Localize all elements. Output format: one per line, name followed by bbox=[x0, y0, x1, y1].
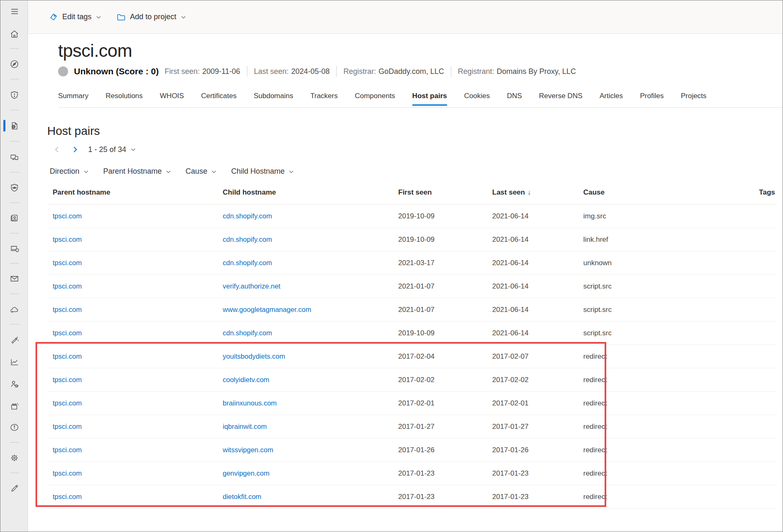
parent-hostname-link[interactable]: tpsci.com bbox=[53, 446, 82, 453]
child-hostname-link[interactable]: youitsbodydiets.com bbox=[223, 352, 285, 360]
tab-components[interactable]: Components bbox=[355, 89, 395, 107]
parent-hostname-link[interactable]: tpsci.com bbox=[53, 282, 82, 290]
tab-dns[interactable]: DNS bbox=[507, 89, 522, 107]
sidebar-divider bbox=[10, 324, 19, 324]
tab-reverse-dns[interactable]: Reverse DNS bbox=[539, 89, 582, 107]
table-row: tpsci.com cdn.shopify.com 2019-10-09 202… bbox=[47, 205, 777, 228]
table-row: tpsci.com coolyidietv.com 2017-02-02 201… bbox=[47, 368, 777, 392]
parent-hostname-link[interactable]: tpsci.com bbox=[53, 352, 82, 360]
child-hostname-link[interactable]: braiinxunous.com bbox=[223, 399, 277, 407]
meta-separator bbox=[247, 66, 247, 77]
col-parent-hostname[interactable]: Parent hostname bbox=[47, 188, 223, 197]
cause-value: redirect bbox=[583, 399, 709, 408]
sidebar-item-menu[interactable] bbox=[0, 2, 28, 20]
tab-trackers[interactable]: Trackers bbox=[310, 89, 338, 107]
sidebar-item-mail[interactable] bbox=[0, 269, 28, 288]
child-hostname-link[interactable]: witssvipgen.com bbox=[223, 446, 273, 453]
tab-host-pairs[interactable]: Host pairs bbox=[412, 89, 447, 107]
meta-value: 2009-11-06 bbox=[202, 67, 240, 76]
col-tags[interactable]: Tags bbox=[709, 188, 777, 197]
child-hostname-link[interactable]: iqbrainwit.com bbox=[223, 423, 267, 430]
tab-articles[interactable]: Articles bbox=[600, 89, 623, 107]
sidebar-item-gear[interactable] bbox=[0, 448, 28, 467]
chevron-down-icon bbox=[96, 14, 102, 20]
tab-subdomains[interactable]: Subdomains bbox=[254, 89, 293, 107]
previous-page-button[interactable] bbox=[53, 145, 61, 154]
parent-hostname-link[interactable]: tpsci.com bbox=[53, 493, 82, 500]
sidebar-item-gift[interactable] bbox=[0, 397, 28, 415]
parent-hostname-link[interactable]: tpsci.com bbox=[53, 329, 82, 337]
parent-hostname-link[interactable]: tpsci.com bbox=[53, 376, 82, 383]
parent-hostname-link[interactable]: tpsci.com bbox=[53, 469, 82, 477]
next-page-button[interactable] bbox=[71, 145, 79, 154]
filter-label: Parent Hostname bbox=[103, 167, 162, 176]
col-first-seen[interactable]: First seen bbox=[398, 188, 492, 197]
cause-value: redirect bbox=[583, 376, 709, 384]
filter-label: Cause bbox=[186, 167, 207, 176]
filter-parent-hostname[interactable]: Parent Hostname bbox=[103, 167, 171, 176]
sidebar-item-person-graduation[interactable] bbox=[0, 375, 28, 393]
last-seen-value: 2021-06-14 bbox=[492, 212, 583, 220]
col-last-seen[interactable]: Last seen ↓ bbox=[492, 188, 583, 197]
sidebar-item-laptop-shield[interactable] bbox=[0, 239, 28, 258]
sidebar-item-compass[interactable] bbox=[0, 55, 28, 73]
tab-resolutions[interactable]: Resolutions bbox=[106, 89, 143, 107]
sidebar-item-pencil[interactable] bbox=[0, 479, 28, 497]
tab-certificates[interactable]: Certificates bbox=[201, 89, 236, 107]
filter-direction[interactable]: Direction bbox=[50, 167, 89, 176]
parent-hostname-link[interactable]: tpsci.com bbox=[53, 399, 82, 407]
sidebar-item-home[interactable] bbox=[0, 25, 28, 43]
col-cause[interactable]: Cause bbox=[583, 188, 709, 197]
meta-label: Registrant: bbox=[458, 67, 494, 76]
child-hostname-link[interactable]: coolyidietv.com bbox=[223, 376, 269, 383]
parent-hostname-link[interactable]: tpsci.com bbox=[53, 306, 82, 313]
parent-hostname-link[interactable]: tpsci.com bbox=[53, 212, 82, 220]
intel-document-icon bbox=[10, 121, 19, 131]
shield-alert-icon bbox=[10, 90, 19, 100]
child-hostname-link[interactable]: genvipgen.com bbox=[223, 469, 269, 477]
col-child-hostname[interactable]: Child hostname bbox=[223, 188, 398, 197]
sidebar-item-intel-document[interactable] bbox=[0, 117, 28, 135]
sidebar-item-shield-eye[interactable] bbox=[0, 178, 28, 197]
gift-icon bbox=[10, 401, 19, 411]
filter-child-hostname[interactable]: Child Hostname bbox=[231, 167, 294, 176]
filter-cause[interactable]: Cause bbox=[186, 167, 217, 176]
child-hostname-link[interactable]: cdn.shopify.com bbox=[223, 212, 272, 220]
sidebar-item-shield-alert[interactable] bbox=[0, 86, 28, 104]
devices-icon bbox=[10, 152, 19, 162]
sidebar-item-line-chart[interactable] bbox=[0, 352, 28, 371]
child-hostname-link[interactable]: cdn.shopify.com bbox=[223, 329, 272, 337]
child-hostname-link[interactable]: www.googletagmanager.com bbox=[223, 306, 311, 313]
edit-tags-button[interactable]: Edit tags bbox=[49, 13, 102, 22]
gear-icon bbox=[10, 453, 19, 463]
tab-whois[interactable]: WHOIS bbox=[160, 89, 184, 107]
sidebar-item-devices[interactable] bbox=[0, 148, 28, 166]
tab-summary[interactable]: Summary bbox=[58, 89, 89, 107]
sidebar-divider bbox=[10, 294, 19, 294]
page-range-dropdown[interactable]: 1 - 25 of 34 bbox=[88, 145, 136, 154]
sidebar-item-magic-wand[interactable] bbox=[0, 330, 28, 349]
tab-projects[interactable]: Projects bbox=[681, 89, 706, 107]
person-graduation-icon bbox=[10, 379, 19, 389]
reputation-label: Unknown (Score : 0) bbox=[74, 66, 159, 76]
add-to-project-button[interactable]: Add to project bbox=[117, 13, 186, 22]
table-header-row: Parent hostname Child hostname First see… bbox=[47, 181, 777, 205]
tab-cookies[interactable]: Cookies bbox=[464, 89, 490, 107]
child-hostname-link[interactable]: dietokfit.com bbox=[223, 493, 262, 500]
last-seen-value: 2021-06-14 bbox=[492, 236, 583, 244]
child-hostname-link[interactable]: verify.authorize.net bbox=[223, 282, 280, 290]
sidebar-item-id-card[interactable] bbox=[0, 209, 28, 227]
table-row: tpsci.com verify.authorize.net 2021-01-0… bbox=[47, 275, 777, 298]
add-to-project-label: Add to project bbox=[130, 13, 176, 21]
table-row: tpsci.com youitsbodydiets.com 2017-02-04… bbox=[47, 345, 777, 368]
sidebar-item-info[interactable] bbox=[0, 418, 28, 436]
parent-hostname-link[interactable]: tpsci.com bbox=[53, 259, 82, 266]
detail-tabs: SummaryResolutionsWHOISCertificatesSubdo… bbox=[58, 89, 783, 108]
sidebar-item-cloud[interactable] bbox=[0, 300, 28, 319]
parent-hostname-link[interactable]: tpsci.com bbox=[53, 423, 82, 430]
child-hostname-link[interactable]: cdn.shopify.com bbox=[223, 259, 272, 266]
child-hostname-link[interactable]: cdn.shopify.com bbox=[223, 236, 272, 243]
tab-profiles[interactable]: Profiles bbox=[640, 89, 664, 107]
artifact-meta-row: Unknown (Score : 0) First seen:2009-11-0… bbox=[58, 65, 783, 78]
parent-hostname-link[interactable]: tpsci.com bbox=[53, 236, 82, 243]
